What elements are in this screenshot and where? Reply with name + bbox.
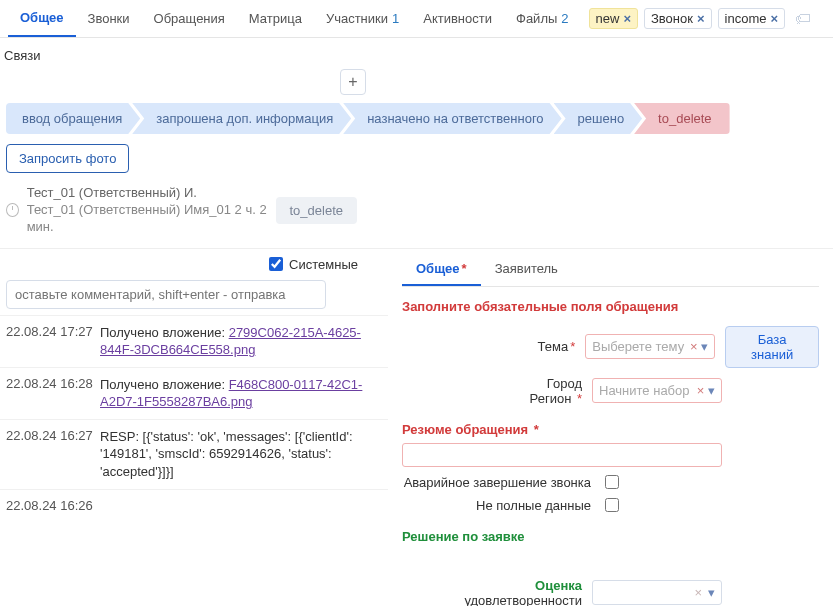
tag-remove-icon[interactable]: ×	[770, 11, 778, 26]
timestamp: 22.08.24 16:26	[6, 498, 92, 513]
rating-select[interactable]: ×▾	[592, 580, 722, 605]
incomplete-checkbox[interactable]	[605, 498, 619, 512]
stage-delete[interactable]: to_delete	[634, 103, 730, 134]
incomplete-label: Не полные данные	[402, 498, 595, 513]
files-count: 2	[561, 11, 568, 26]
feed-row: 22.08.24 17:27 Получено вложение: 2799C0…	[0, 315, 388, 367]
feed-message: RESP: [{'status': 'ok', 'messages': [{'c…	[100, 428, 382, 481]
resume-section: Резюме обращения *	[402, 410, 819, 443]
subtab-general[interactable]: Общее*	[402, 253, 481, 286]
chevron-down-icon: ▾	[708, 383, 715, 398]
tab-requests[interactable]: Обращения	[142, 1, 237, 36]
theme-label: Тема*	[402, 339, 575, 354]
stage-input[interactable]: ввод обращения	[6, 103, 140, 134]
tab-activities[interactable]: Активности	[411, 1, 504, 36]
resume-textarea[interactable]	[402, 443, 722, 467]
feed-row: 22.08.24 16:26	[0, 489, 388, 521]
clock-icon	[6, 203, 19, 217]
timestamp: 22.08.24 16:27	[6, 428, 92, 481]
subtab-applicant[interactable]: Заявитель	[481, 253, 572, 286]
tag-list: new× Звонок× income× 🏷	[589, 8, 812, 29]
rating-label: Оценка удовлетворенности	[402, 578, 582, 606]
tag-remove-icon[interactable]: ×	[623, 11, 631, 26]
participants-count: 1	[392, 11, 399, 26]
stage-requested[interactable]: запрошена доп. информация	[132, 103, 351, 134]
tab-general[interactable]: Общее	[8, 0, 76, 37]
decision-section: Решение по заявке	[402, 517, 819, 550]
sub-tabs: Общее* Заявитель	[402, 253, 819, 287]
tag-call[interactable]: Звонок×	[644, 8, 712, 29]
chevron-down-icon: ▾	[701, 339, 708, 354]
tag-add-icon[interactable]: 🏷	[795, 10, 811, 28]
chevron-down-icon: ▾	[708, 585, 715, 600]
stage-assigned[interactable]: назначено на ответственного	[343, 103, 561, 134]
emergency-checkbox[interactable]	[605, 475, 619, 489]
feed-row: 22.08.24 16:28 Получено вложение: F468C8…	[0, 367, 388, 419]
feed-message: Получено вложение: 2799C062-215A-4625-84…	[100, 324, 382, 359]
links-label: Связи	[0, 38, 833, 69]
activity-feed: 22.08.24 17:27 Получено вложение: 2799C0…	[0, 315, 388, 521]
system-label: Системные	[289, 257, 358, 272]
left-column: Системные 22.08.24 17:27 Получено вложен…	[0, 249, 388, 606]
tab-calls[interactable]: Звонки	[76, 1, 142, 36]
tab-files[interactable]: Файлы2	[504, 1, 581, 36]
required-mark: *	[462, 261, 467, 276]
right-column: Общее* Заявитель Заполните обязательные …	[388, 249, 833, 606]
tab-participants[interactable]: Участники1	[314, 1, 411, 36]
tab-matrix[interactable]: Матрица	[237, 1, 314, 36]
clear-icon[interactable]: ×	[694, 585, 702, 600]
stage-bar: ввод обращения запрошена доп. информация…	[6, 103, 827, 134]
tag-new[interactable]: new×	[589, 8, 638, 29]
tag-remove-icon[interactable]: ×	[697, 11, 705, 26]
warning-text: Заполните обязательные поля обращения	[402, 287, 819, 322]
add-link-button[interactable]: +	[340, 69, 366, 95]
clear-icon[interactable]: ×	[690, 339, 698, 354]
system-checkbox[interactable]	[269, 257, 283, 271]
feed-message: Получено вложение: F468C800-0117-42C1-A2…	[100, 376, 382, 411]
city-select[interactable]: Начните набор× ▾	[592, 378, 722, 403]
knowledge-base-button[interactable]: База знаний	[725, 326, 819, 368]
emergency-label: Аварийное завершение звонка	[402, 475, 595, 490]
comment-input[interactable]	[6, 280, 326, 309]
timestamp: 22.08.24 16:28	[6, 376, 92, 411]
clear-icon[interactable]: ×	[697, 383, 705, 398]
city-label: Город Регион *	[402, 376, 582, 406]
main-tabs: Общее Звонки Обращения Матрица Участники…	[0, 0, 833, 38]
stage-resolved[interactable]: решено	[554, 103, 643, 134]
feed-row: 22.08.24 16:27 RESP: [{'status': 'ok', '…	[0, 419, 388, 489]
theme-select[interactable]: Выберете тему× ▾	[585, 334, 715, 359]
tag-income[interactable]: income×	[718, 8, 786, 29]
meta-text: Тест_01 (Ответственный) И. Тест_01 (Отве…	[27, 185, 268, 236]
request-photo-button[interactable]: Запросить фото	[6, 144, 129, 173]
meta-row: Тест_01 (Ответственный) И. Тест_01 (Отве…	[0, 181, 833, 249]
timestamp: 22.08.24 17:27	[6, 324, 92, 359]
status-pill: to_delete	[276, 197, 358, 224]
